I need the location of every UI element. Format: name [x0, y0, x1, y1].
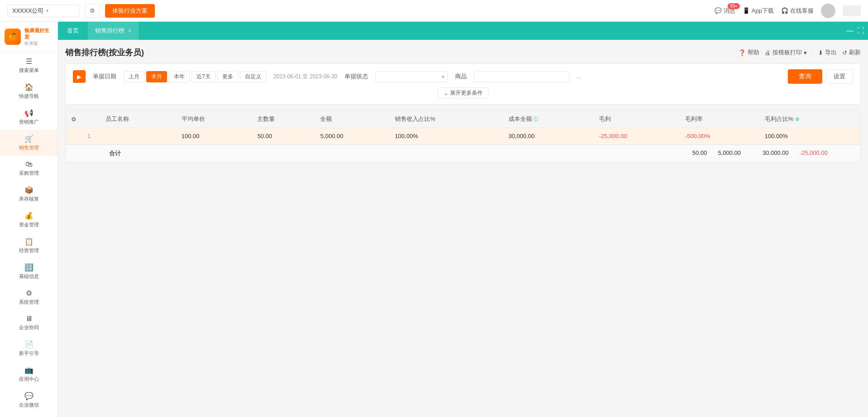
app-edition: 标准版: [24, 40, 53, 47]
avatar[interactable]: [821, 4, 835, 18]
table-row: 1 100.00 50.00 5,000.00 100.00% 30,000.0…: [66, 128, 860, 144]
td-gross-ratio: 100.00%: [759, 128, 860, 144]
home-icon: 🏠: [24, 83, 34, 91]
inventory-icon: 📦: [24, 186, 34, 194]
message-button[interactable]: 💬 消息 99+: [715, 7, 735, 15]
search-menu-icon: ☰: [26, 57, 32, 66]
date-btn-thismonth[interactable]: 本月: [146, 71, 167, 82]
tab-home[interactable]: 首页: [58, 22, 88, 40]
app-download-button[interactable]: 📱 App下载: [743, 7, 774, 15]
sidebar-item-basicinfo[interactable]: 🔢 基础信息: [0, 259, 58, 284]
sidebar-item-marketing[interactable]: 📢 营销推广: [0, 104, 58, 130]
filter-row-1: ▶ 单据日期 上月 本月 本年 近7天 更多 自定义 2023-06-01 至 …: [73, 69, 853, 84]
th-settings: ⚙: [66, 110, 82, 128]
date-range-buttons: 上月 本月 本年 近7天 更多 自定义: [124, 71, 266, 82]
th-cost: 成本全额 ⓘ: [503, 110, 594, 128]
sidebar-item-weixin[interactable]: 💬 企业微信: [0, 387, 58, 413]
export-button[interactable]: ⬇ 导出: [818, 48, 837, 57]
footer-gross-rate: [833, 149, 844, 158]
date-btn-thisyear[interactable]: 本年: [169, 71, 190, 82]
company-selector[interactable]: XXXXX公司 ▾: [7, 5, 80, 17]
footer-quantity: 50.00: [687, 149, 713, 158]
tab-close-icon[interactable]: ×: [128, 28, 131, 34]
online-service-button[interactable]: 🎧 在线客服: [781, 7, 814, 15]
status-select[interactable]: [375, 71, 448, 82]
settings-icon[interactable]: ⚙: [85, 4, 100, 18]
sidebar-label-operations: 经营管理: [19, 247, 39, 254]
date-btn-7days[interactable]: 近7天: [192, 71, 216, 82]
message-icon: 💬: [715, 7, 722, 14]
sidebar-item-finance[interactable]: 💰 资金管理: [0, 207, 58, 233]
sidebar-item-operations[interactable]: 📋 经营管理: [0, 233, 58, 259]
sidebar-item-quicknav[interactable]: 🏠 快捷导航: [0, 78, 58, 104]
sidebar-label-purchase: 采购管理: [19, 170, 39, 177]
sidebar-label-inventory: 库存核算: [19, 196, 39, 202]
trial-button[interactable]: 体验行业方案: [105, 4, 155, 18]
page-content: 销售排行榜(按业务员) ❓ 帮助 🖨 按模板打印 ▾ ⬇: [58, 40, 868, 417]
td-amount: 5,000.00: [315, 128, 389, 144]
system-icon: ⚙: [26, 289, 32, 297]
sidebar-item-guide[interactable]: 📄 新手引导: [0, 336, 58, 361]
tab-expand-btn[interactable]: ⛶: [857, 27, 864, 35]
sidebar-label-quicknav: 快捷导航: [19, 93, 39, 100]
date-btn-custom[interactable]: 自定义: [240, 71, 266, 82]
sidebar-item-member[interactable]: V 畅会员: [0, 413, 58, 417]
settings-icon[interactable]: ⚙: [71, 116, 77, 123]
print-button[interactable]: 🖨 按模板打印 ▾: [765, 48, 813, 57]
td-rank: 1: [82, 128, 100, 144]
tab-bar: 首页 销售排行榜 × — ⛶: [58, 22, 868, 40]
sidebar-item-search[interactable]: ☰ 搜索菜单: [0, 53, 58, 78]
query-button[interactable]: 查询: [788, 69, 822, 84]
print-icon: 🖨: [765, 49, 771, 56]
expand-down-icon: ⌄: [444, 90, 448, 96]
sidebar-item-collab[interactable]: 🖥 企业协同: [0, 310, 58, 336]
th-rank: [82, 110, 100, 128]
date-range-text: 2023-06-01 至 2023-06-30: [273, 73, 337, 81]
tab-right-actions: — ⛶: [846, 27, 868, 35]
top-right-area: 💬 消息 99+ 📱 App下载 🎧 在线客服: [715, 4, 861, 18]
th-employee-name: 员工名称: [100, 110, 176, 128]
footer-avg-price: [126, 149, 687, 158]
export-icon: ⬇: [818, 49, 823, 56]
sidebar-item-appcenter[interactable]: 📺 应用中心: [0, 361, 58, 387]
purchase-icon: 🛍: [25, 160, 33, 168]
footer-gross: -25,000.00: [794, 149, 833, 158]
sidebar-item-system[interactable]: ⚙ 系统管理: [0, 284, 58, 310]
sidebar-item-sales[interactable]: 🛒 销售管理: [0, 130, 58, 156]
goods-input[interactable]: [474, 71, 569, 82]
expand-conditions-btn[interactable]: ⌄ 展开更多条件: [438, 87, 489, 99]
tab-minimize-btn[interactable]: —: [846, 27, 854, 35]
th-sales-ratio: 销售收入占比%: [389, 110, 503, 128]
data-table: ⚙ 员工名称 平均单价 主数量 全额 销售收入占比% 成本全额 ⓘ 毛利 毛: [65, 110, 861, 163]
footer-amount: 5,000.00: [712, 149, 746, 158]
refresh-button[interactable]: ↺ 刷新: [842, 48, 861, 57]
column-settings-button[interactable]: 设置: [826, 69, 853, 84]
date-btn-lastmonth[interactable]: 上月: [124, 71, 144, 82]
footer-gross-ratio: [844, 149, 855, 158]
headset-icon: 🎧: [781, 7, 788, 14]
td-gross: -25,000.00: [594, 128, 680, 144]
status-label: 单据状态: [345, 72, 368, 81]
goods-label: 商品: [455, 72, 467, 81]
message-badge: 99+: [728, 3, 740, 9]
td-avg-price: 100.00: [176, 128, 252, 144]
goods-more-btn[interactable]: ...: [576, 73, 581, 80]
sidebar-label-weixin: 企业微信: [19, 402, 39, 408]
tab-sales-ranking[interactable]: 销售排行榜 ×: [88, 22, 139, 40]
help-icon: ❓: [739, 49, 746, 56]
sidebar-item-inventory[interactable]: 📦 库存核算: [0, 181, 58, 207]
sidebar-label-guide: 新手引导: [19, 350, 39, 357]
app-logo: 🍊 畅康通好生意 标准版: [0, 22, 58, 53]
sales-icon: 🛒: [24, 134, 34, 143]
td-sales-ratio: 100.00%: [389, 128, 503, 144]
refresh-icon: ↺: [842, 49, 847, 56]
th-avg-price: 平均单价: [176, 110, 252, 128]
filter-collapse-btn[interactable]: ▶: [73, 70, 86, 83]
date-btn-more[interactable]: 更多: [217, 71, 238, 82]
logo-icon: 🍊: [5, 29, 21, 45]
company-name: XXXXX公司: [12, 7, 43, 15]
sidebar-item-purchase[interactable]: 🛍 采购管理: [0, 156, 58, 181]
td-settings: [66, 128, 82, 144]
sidebar-label-collab: 企业协同: [19, 324, 39, 331]
help-button[interactable]: ❓ 帮助: [739, 48, 759, 57]
